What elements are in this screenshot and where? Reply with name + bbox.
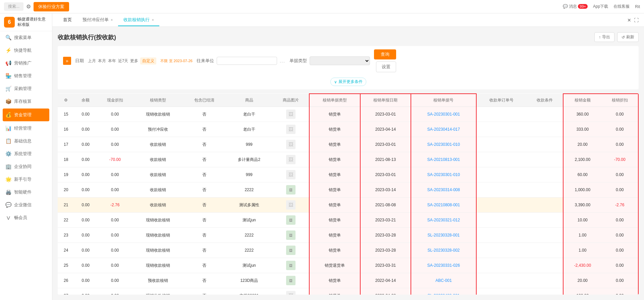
date-btn-7days[interactable]: 近7天: [118, 58, 128, 64]
row-include-settled: 否: [183, 107, 226, 122]
row-order-no: [476, 167, 527, 182]
row-balance: 0.00: [74, 213, 97, 228]
sidebar-item-wechat[interactable]: 💬 企业微信: [0, 199, 52, 211]
row-balance: 0.00: [74, 258, 97, 273]
counterparty-input[interactable]: [217, 57, 277, 65]
gear-icon[interactable]: ⚙: [26, 3, 31, 10]
operations-icon: 📊: [5, 125, 11, 131]
col-balance: 余额: [74, 94, 97, 107]
tab-collection-close[interactable]: ×: [152, 18, 154, 22]
sidebar-item-guide[interactable]: 🌟 新手引导: [0, 173, 52, 186]
message-area[interactable]: 💬 消息 99+: [563, 4, 588, 9]
user-avatar[interactable]: Rit: [635, 4, 640, 9]
app-download[interactable]: App下载: [593, 4, 608, 9]
product-image-empty: 🖼: [286, 155, 296, 164]
solution-btn[interactable]: 休验行业方案: [34, 2, 69, 11]
col-gear[interactable]: ⚙: [58, 94, 74, 107]
row-num: 22: [58, 213, 74, 228]
message-badge: 99+: [578, 4, 588, 9]
voucher-type-select[interactable]: [310, 56, 370, 65]
row-voucher-no[interactable]: SA-20230414-017: [411, 122, 476, 137]
row-num: 25: [58, 258, 74, 273]
row-balance: 0.00: [74, 152, 97, 167]
row-writeoff-type: 预收款核销: [133, 273, 183, 288]
sidebar-item-label: 快捷导航: [14, 47, 32, 53]
date-btn-this-year[interactable]: 本年: [108, 58, 116, 64]
sidebar-item-system[interactable]: ⚙️ 系统管理: [0, 147, 52, 160]
date-btn-last-month[interactable]: 上月: [88, 58, 96, 64]
row-balance: 0.00: [74, 167, 97, 182]
sidebar-item-operations[interactable]: 📊 经营管理: [0, 122, 52, 135]
tab-close-window-icon[interactable]: ✕: [627, 17, 631, 23]
counterparty-dots[interactable]: ...: [280, 58, 285, 63]
table-row: 19 0.00 0.00 收款核销 否 999 🖼 销货单 2023-03-01…: [58, 167, 638, 182]
sidebar-item-sales[interactable]: 🏪 销售管理: [0, 70, 52, 82]
table-row: 26 0.00 0.00 预收款核销 否 123D商品 🖼 销货单 2022-0…: [58, 273, 638, 288]
row-voucher-no[interactable]: ABC-001: [411, 273, 476, 288]
row-product-img: 🖼: [272, 198, 309, 213]
tab-bar: 首页 预付冲应付单 × 收款核销执行 × ✕ ⛶: [52, 13, 644, 27]
row-product: 多计量商品2: [226, 152, 272, 167]
sidebar-item-member[interactable]: V 畅会员: [0, 211, 52, 224]
row-voucher-no[interactable]: SA-20230321-012: [411, 213, 476, 228]
row-order-no: [476, 258, 527, 273]
sidebar-item-smart-hw[interactable]: 🖨️ 智能硬件: [0, 186, 52, 199]
sidebar-item-purchase[interactable]: 🛒 采购管理: [0, 82, 52, 95]
tab-collection[interactable]: 收款核销执行 ×: [118, 14, 159, 26]
row-voucher-no[interactable]: SL-20230328-001: [411, 228, 476, 243]
row-voucher-no[interactable]: SA-20230331-026: [411, 258, 476, 273]
online-service[interactable]: 在线客服: [613, 4, 630, 9]
expand-more-btn[interactable]: ∨ 展开更多条件: [330, 78, 366, 86]
sidebar-item-search[interactable]: 🔍 搜索菜单: [0, 31, 52, 44]
row-num: 21: [58, 198, 74, 213]
refresh-icon: ↺: [622, 35, 625, 40]
row-voucher-no[interactable]: SA-20210808-001: [411, 198, 476, 213]
row-voucher-no[interactable]: SA-20230314-008: [411, 182, 476, 198]
layout: 6 畅捷通谱好生意 标准版 🔍 搜索菜单 ⚡ 快捷导航 📢 营销推广 🏪 销售管…: [0, 13, 644, 300]
date-btn-more[interactable]: 更多: [130, 58, 138, 64]
row-balance: 0.00: [74, 122, 97, 137]
product-image-empty: 🖼: [286, 200, 296, 210]
row-product: 老白干: [226, 122, 272, 137]
row-writeoff-type: 收款核销: [133, 152, 183, 167]
row-voucher-no[interactable]: SA-20230301-010: [411, 137, 476, 152]
date-range: 不限 至 2023-07-26: [160, 58, 192, 63]
sidebar-item-basic-info[interactable]: 📋 基础信息: [0, 135, 52, 147]
row-writeoff-type: 预付冲应收: [133, 122, 183, 137]
row-voucher-no[interactable]: SA-20210813-001: [411, 152, 476, 167]
row-voucher-type: 销货退货单: [309, 258, 360, 273]
search-placeholder[interactable]: 搜索...: [4, 2, 23, 11]
top-bar-right: 💬 消息 99+ App下载 在线客服 Rit: [563, 4, 640, 9]
sidebar-item-enterprise[interactable]: 🏢 企业协同: [0, 160, 52, 173]
row-discount: 0.00: [601, 213, 638, 228]
sidebar-item-finance[interactable]: 💰 资金管理: [3, 109, 49, 121]
sidebar-item-quick-nav[interactable]: ⚡ 快捷导航: [0, 44, 52, 57]
date-btn-this-month[interactable]: 本月: [98, 58, 106, 64]
row-pay-condition: [527, 258, 564, 273]
tab-home[interactable]: 首页: [58, 14, 77, 26]
row-voucher-date: 2023-03-31: [360, 258, 411, 273]
filter-expand-btn[interactable]: »: [63, 57, 71, 65]
tab-prepayment-close[interactable]: ×: [111, 18, 113, 22]
row-order-no: [476, 137, 527, 152]
row-pay-condition: [527, 152, 564, 167]
date-btn-custom[interactable]: 自定义: [140, 57, 156, 65]
row-writeoff-type: 现销收款核销: [133, 243, 183, 258]
sidebar-item-inventory[interactable]: 📦 库存核算: [0, 95, 52, 108]
row-discount: -2.76: [601, 198, 638, 213]
query-button[interactable]: 查询: [374, 49, 396, 59]
row-voucher-no[interactable]: SL-20230328-002: [411, 243, 476, 258]
sidebar-item-marketing[interactable]: 📢 营销推广: [0, 57, 52, 70]
row-voucher-no[interactable]: SA-20230301-010: [411, 167, 476, 182]
refresh-button[interactable]: ↺ 刷新: [617, 32, 639, 42]
row-cash-discount: -70.00: [97, 152, 133, 167]
export-button[interactable]: ↑ 导出: [594, 32, 614, 42]
row-discount: 0.00: [601, 137, 638, 152]
row-voucher-no[interactable]: SA-20230301-001: [411, 107, 476, 122]
settings-button[interactable]: 设置: [376, 61, 396, 72]
table-row: 21 0.00 -2.76 收款核销 否 测试多属性 🖼 销货单 2021-08…: [58, 198, 638, 213]
row-voucher-no[interactable]: SL-20230408-001: [411, 288, 476, 295]
product-image: 🖼: [286, 185, 296, 195]
tab-prepayment[interactable]: 预付冲应付单 ×: [77, 14, 118, 26]
tab-expand-icon[interactable]: ⛶: [634, 17, 639, 23]
